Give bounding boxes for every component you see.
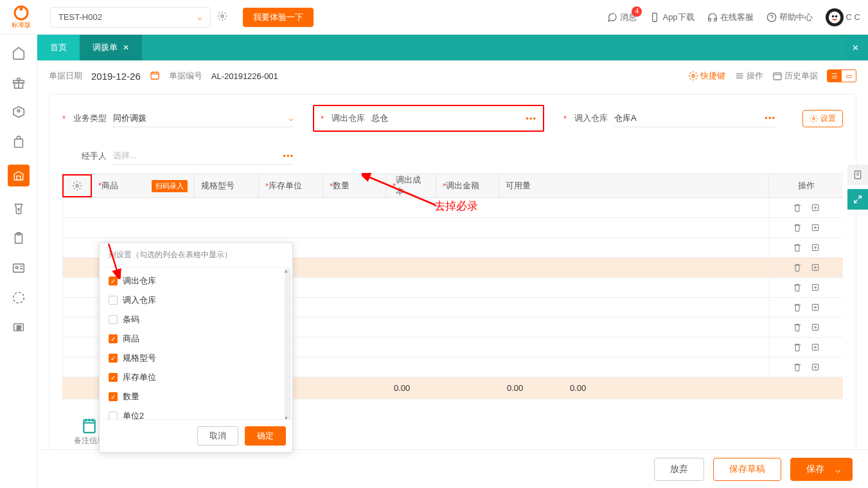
checkbox[interactable] (109, 411, 118, 419)
view-grid-icon[interactable]: ▭ (842, 70, 856, 82)
add-icon[interactable] (811, 363, 820, 372)
option-label: 调入仓库 (123, 294, 156, 306)
popup-ok-button[interactable]: 确定 (245, 426, 286, 446)
delete-icon[interactable] (793, 303, 802, 312)
discard-button[interactable]: 放弃 (654, 458, 704, 481)
calendar-icon (772, 71, 783, 81)
delete-icon[interactable] (793, 343, 802, 352)
save-button[interactable]: 保存 ⌵ (790, 458, 853, 481)
sidebar-new-icon[interactable]: 新 (12, 320, 26, 334)
popup-option[interactable]: 调入仓库 (100, 291, 292, 310)
checkbox[interactable] (109, 334, 118, 343)
col-product: *商品 扫码录入 (92, 174, 195, 197)
popup-option[interactable]: 规格型号 (100, 348, 292, 368)
add-icon[interactable] (811, 263, 820, 272)
delete-icon[interactable] (793, 323, 802, 332)
tabs-close-all[interactable]: ✕ (842, 35, 868, 60)
save-draft-button[interactable]: 保存草稿 (713, 458, 781, 481)
operations-link[interactable]: 操作 (734, 70, 763, 82)
table-row[interactable] (63, 218, 843, 238)
popup-option[interactable]: 条码 (100, 310, 292, 329)
calendar-icon[interactable] (150, 70, 160, 82)
add-icon[interactable] (811, 243, 820, 252)
svg-point-9 (835, 15, 837, 17)
column-settings-button[interactable] (62, 174, 92, 197)
chevron-down-icon: ⌵ (197, 12, 202, 22)
history-link[interactable]: 历史单据 (772, 70, 818, 82)
float-note-button[interactable] (847, 165, 868, 185)
logo[interactable]: 标准版 (8, 5, 35, 30)
sidebar-circle-icon[interactable] (12, 291, 26, 305)
view-list-icon[interactable]: ☰ (828, 70, 842, 82)
more-icon[interactable]: ••• (283, 151, 294, 161)
settings-button[interactable]: 设置 (802, 110, 843, 127)
add-icon[interactable] (811, 323, 820, 332)
footer-actions: 放弃 保存草稿 保存 ⌵ (37, 449, 868, 488)
delete-icon[interactable] (793, 203, 802, 212)
date-label: 单据日期 (49, 70, 82, 82)
notepad-icon (81, 417, 98, 434)
avatar (826, 8, 844, 26)
popup-option[interactable]: 单位2 (100, 406, 292, 419)
popup-option[interactable]: 商品 (100, 329, 292, 348)
float-expand-button[interactable] (847, 189, 868, 210)
checkbox[interactable] (109, 354, 118, 363)
popup-option[interactable]: 调出仓库 (100, 271, 292, 291)
svg-rect-15 (17, 176, 21, 180)
sidebar-clipboard-icon[interactable] (12, 231, 26, 246)
checkbox[interactable] (109, 392, 118, 401)
delete-icon[interactable] (793, 243, 802, 252)
checkbox[interactable] (109, 296, 118, 305)
tab-home[interactable]: 首页 (37, 35, 80, 60)
trial-button[interactable]: 我要体验一下 (243, 8, 314, 27)
delete-icon[interactable] (793, 363, 802, 372)
online-service-link[interactable]: 在线客服 (707, 12, 754, 23)
add-icon[interactable] (811, 343, 820, 352)
delete-icon[interactable] (793, 283, 802, 292)
popup-option[interactable]: 数量 (100, 387, 292, 406)
tab-close-icon[interactable]: ✕ (123, 43, 129, 52)
shortcuts-link[interactable]: 快捷键 (688, 70, 725, 82)
more-icon[interactable]: ••• (765, 113, 775, 123)
add-icon[interactable] (811, 203, 820, 212)
app-download-link[interactable]: App下载 (650, 12, 694, 23)
headset-icon (707, 12, 718, 23)
biz-type-field[interactable]: * 业务类型 同价调拨 ⌵ (62, 110, 294, 127)
user-menu[interactable]: C C (826, 8, 860, 26)
date-value[interactable]: 2019-12-26 (91, 71, 141, 82)
number-value: AL-20191226-001 (211, 71, 278, 81)
help-center-link[interactable]: 帮助中心 (766, 12, 813, 23)
add-icon[interactable] (811, 283, 820, 292)
checkbox[interactable] (109, 276, 118, 285)
sidebar-tag-icon[interactable] (12, 105, 26, 120)
phone-icon (650, 12, 660, 23)
view-toggle[interactable]: ☰ ▭ (827, 69, 856, 82)
avatar-icon (828, 11, 841, 24)
sidebar-id-icon[interactable] (12, 261, 26, 275)
org-selector[interactable]: TEST-H002 ⌵ (50, 7, 211, 28)
checkbox[interactable] (109, 373, 118, 382)
scan-badge[interactable]: 扫码录入 (152, 180, 188, 192)
popup-cancel-button[interactable]: 取消 (197, 426, 238, 446)
handler-field[interactable]: 经手人 选择... ••• (62, 147, 294, 165)
popup-scrollbar[interactable] (285, 269, 291, 420)
add-icon[interactable] (811, 303, 820, 312)
add-icon[interactable] (811, 223, 820, 232)
delete-icon[interactable] (793, 263, 802, 272)
sidebar-gift-icon[interactable] (12, 76, 26, 90)
more-icon[interactable]: ••• (526, 114, 536, 123)
messages-link[interactable]: 消息 4 (607, 12, 637, 23)
sidebar-home-icon[interactable] (12, 46, 26, 60)
out-warehouse-field[interactable]: * 调出仓库 总仓 ••• (313, 105, 544, 132)
sidebar-money-icon[interactable] (12, 202, 26, 216)
popup-option[interactable]: 库存单位 (100, 368, 292, 387)
in-warehouse-field[interactable]: * 调入仓库 仓库A ••• (563, 110, 775, 127)
checkbox[interactable] (109, 315, 118, 324)
tab-transfer[interactable]: 调拨单 ✕ (80, 35, 142, 60)
delete-icon[interactable] (793, 223, 802, 232)
gear-icon[interactable] (217, 11, 227, 23)
table-row[interactable] (63, 198, 843, 218)
col-cost: *调出成本 (386, 174, 436, 197)
sidebar-bag-icon[interactable] (12, 135, 26, 149)
sidebar-warehouse-icon[interactable] (8, 165, 30, 186)
